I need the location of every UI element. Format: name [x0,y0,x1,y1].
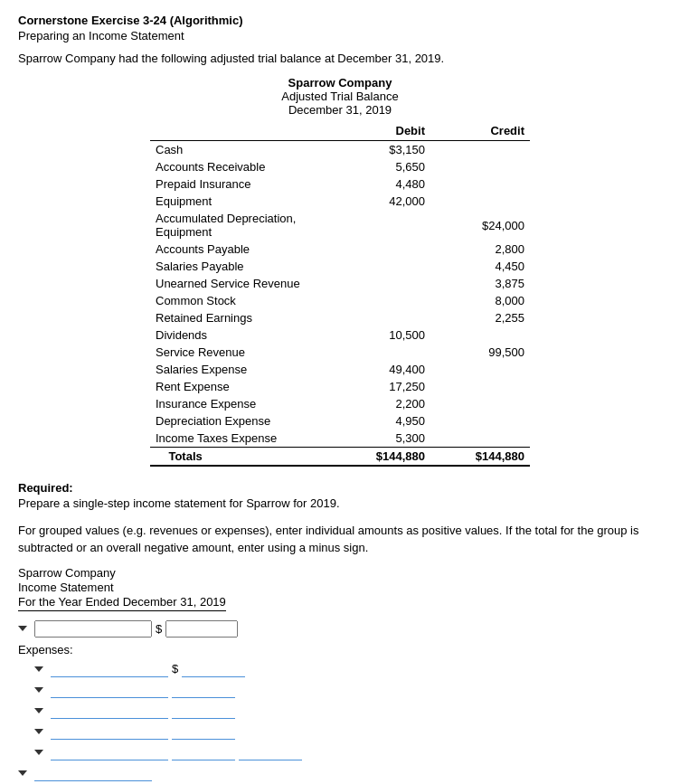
table-row: Insurance Expense 2,200 [150,395,530,412]
exercise-subtitle: Preparing an Income Statement [18,29,662,43]
report-date: December 31, 2019 [18,103,662,117]
table-row: Retained Earnings 2,255 [150,309,530,326]
row-debit [331,210,430,241]
table-row: Common Stock 8,000 [150,292,530,309]
row-label: Insurance Expense [150,395,331,412]
row-label: Unearned Service Revenue [150,275,331,292]
expense-dropdown-2[interactable] [34,687,43,693]
expense-label-2[interactable] [51,682,168,698]
net-income-dropdown[interactable] [18,770,27,776]
row-credit: 8,000 [430,292,530,309]
revenue-dropdown[interactable] [18,626,27,631]
row-debit: 5,650 [331,158,430,175]
trial-balance-table: Debit Credit Cash $3,150 Accounts Receiv… [150,122,530,467]
income-statement-section: Sparrow Company Income Statement For the… [18,566,662,785]
row-credit: 3,875 [430,275,530,292]
intro-text: Sparrow Company had the following adjust… [18,52,662,65]
row-credit: $24,000 [430,210,530,241]
row-debit: 4,950 [331,412,430,430]
row-label: Rent Expense [150,378,331,395]
expense-dropdown-1[interactable] [34,666,43,672]
table-row: Salaries Payable 4,450 [150,258,530,275]
is-title: Income Statement [18,581,662,594]
row-label: Income Taxes Expense [150,430,331,448]
expense-row-3 [34,703,662,719]
is-company-name: Sparrow Company [18,566,662,580]
table-row: Income Taxes Expense 5,300 [150,430,530,448]
report-title: Adjusted Trial Balance [18,90,662,103]
row-credit [430,430,530,448]
expense-label-4[interactable] [51,723,168,740]
row-debit: 42,000 [331,193,430,210]
row-debit: 17,250 [331,378,430,395]
revenue-amount-input[interactable] [165,620,238,638]
row-debit [331,275,430,292]
required-label: Required: [18,481,662,495]
row-credit [430,141,530,159]
table-row: Accounts Payable 2,800 [150,241,530,258]
row-label: Prepaid Insurance [150,175,331,193]
totals-credit: $144,880 [430,448,530,467]
row-debit: 2,200 [331,395,430,412]
revenue-label-input[interactable] [34,620,152,638]
is-period: For the Year Ended December 31, 2019 [18,595,662,617]
credit-header: Credit [430,122,530,141]
expense-row-1: $ [34,661,662,677]
table-row: Dividends 10,500 [150,326,530,344]
expense-amount-5[interactable] [172,744,235,760]
row-label: Accounts Payable [150,241,331,258]
table-row: Accounts Receivable 5,650 [150,158,530,175]
row-credit [430,326,530,344]
row-credit [430,158,530,175]
row-label: Accounts Receivable [150,158,331,175]
expense-label-1[interactable] [51,661,168,677]
row-label: Salaries Expense [150,361,331,378]
expense-dropdown-4[interactable] [34,729,43,734]
row-debit: 5,300 [331,430,430,448]
row-credit [430,395,530,412]
expense-amount-2[interactable] [172,682,235,698]
table-row: Cash $3,150 [150,141,530,159]
expense-amount-1[interactable] [182,661,245,677]
row-debit [331,241,430,258]
expense-subtotal[interactable] [239,744,302,760]
table-row: Salaries Expense 49,400 [150,361,530,378]
row-credit [430,412,530,430]
row-label: Service Revenue [150,344,331,361]
row-label: Salaries Payable [150,258,331,275]
expense-amount-4[interactable] [172,723,235,740]
table-row: Accumulated Depreciation, Equipment $24,… [150,210,530,241]
totals-label: Totals [150,448,331,467]
row-label: Accumulated Depreciation, Equipment [150,210,331,241]
row-label: Common Stock [150,292,331,309]
totals-row: Totals $144,880 $144,880 [150,448,530,467]
company-name: Sparrow Company [18,76,662,90]
table-row: Equipment 42,000 [150,193,530,210]
expense-amount-3[interactable] [172,703,235,719]
row-label: Retained Earnings [150,309,331,326]
row-label: Equipment [150,193,331,210]
expense-label-5[interactable] [51,744,168,760]
row-debit: 10,500 [331,326,430,344]
table-row: Service Revenue 99,500 [150,344,530,361]
row-label: Depreciation Expense [150,412,331,430]
row-label: Cash [150,141,331,159]
expense-dropdown-3[interactable] [34,708,43,713]
row-credit [430,175,530,193]
net-income-row [18,765,662,781]
row-credit [430,193,530,210]
expense-label-3[interactable] [51,703,168,719]
row-debit [331,309,430,326]
row-debit: 4,480 [331,175,430,193]
revenue-row: $ [18,620,662,638]
row-debit [331,344,430,361]
table-row: Depreciation Expense 4,950 [150,412,530,430]
row-debit: $3,150 [331,141,430,159]
row-debit: 49,400 [331,361,430,378]
row-credit [430,378,530,395]
expense-dropdown-5[interactable] [34,750,43,755]
row-credit: 2,800 [430,241,530,258]
net-income-label[interactable] [34,765,152,781]
instruction-2: For grouped values (e.g. revenues or exp… [18,522,662,557]
debit-header: Debit [331,122,430,141]
